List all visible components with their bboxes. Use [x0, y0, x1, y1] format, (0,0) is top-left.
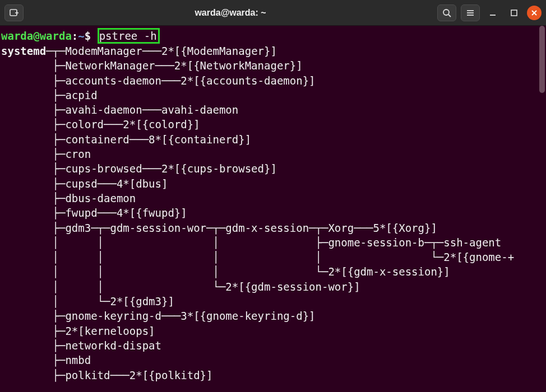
- minimize-icon: [489, 9, 497, 17]
- prompt-user-host: warda@warda: [1, 30, 72, 42]
- svg-rect-9: [511, 10, 517, 16]
- svg-line-4: [448, 15, 451, 17]
- new-tab-button[interactable]: [4, 4, 24, 21]
- scrollbar-thumb[interactable]: [539, 26, 545, 93]
- command-text: pstree -h: [99, 30, 157, 42]
- new-tab-icon: [9, 8, 19, 18]
- menu-button[interactable]: [461, 4, 480, 21]
- terminal-window: warda@warda: ~: [0, 0, 546, 392]
- window-title: warda@warda: ~: [28, 8, 433, 18]
- titlebar: warda@warda: ~: [0, 0, 546, 26]
- minimize-button[interactable]: [484, 4, 501, 21]
- prompt-dollar: $: [85, 30, 91, 42]
- prompt-path: ~: [78, 30, 84, 42]
- close-button[interactable]: [527, 6, 542, 20]
- close-icon: [531, 10, 538, 16]
- search-button[interactable]: [437, 4, 456, 21]
- command-highlight-box: pstree -h: [98, 28, 160, 44]
- search-icon: [442, 8, 451, 17]
- maximize-button[interactable]: [506, 4, 522, 21]
- pstree-output: systemd─┬─ModemManager───2*[{ModemManage…: [1, 45, 514, 381]
- prompt-sep: :: [72, 30, 78, 42]
- svg-point-3: [443, 10, 449, 15]
- maximize-icon: [510, 9, 518, 17]
- menu-icon: [466, 8, 475, 17]
- terminal-content: warda@warda:~$ pstree -h systemd─┬─Modem…: [0, 26, 546, 384]
- terminal-area[interactable]: warda@warda:~$ pstree -h systemd─┬─Modem…: [0, 26, 546, 392]
